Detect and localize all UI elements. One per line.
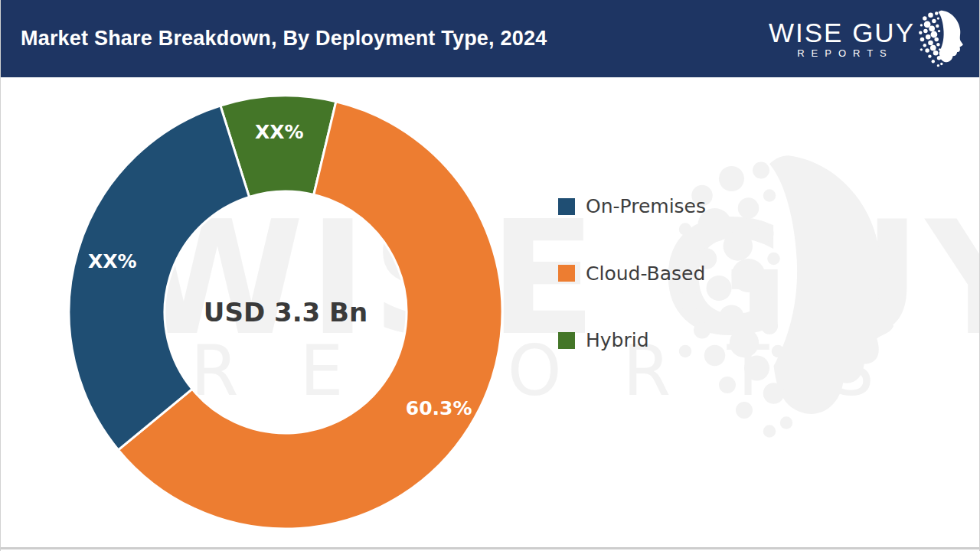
slice-label-cloud-based: 60.3%: [406, 397, 472, 419]
legend-swatch: [558, 265, 575, 282]
bottom-border: [1, 547, 979, 549]
logo-wordmark: WISE GUY REPORTS: [769, 19, 915, 58]
brand-logo: WISE GUY REPORTS: [769, 9, 969, 68]
page-title: Market Share Breakdown, By Deployment Ty…: [21, 27, 547, 51]
legend-item-on-premises: On-Premises: [558, 196, 706, 217]
slice-label-on-premises: XX%: [88, 250, 137, 272]
legend-label: Hybrid: [586, 330, 649, 351]
logo-wordmark-line2: REPORTS: [790, 48, 893, 58]
donut-slice-on-premises: [69, 106, 249, 450]
slice-label-hybrid: XX%: [255, 121, 304, 143]
legend-item-hybrid: Hybrid: [558, 330, 706, 351]
legend-item-cloud-based: Cloud-Based: [558, 263, 706, 285]
watermark-face-icon: [668, 149, 921, 444]
header: Market Share Breakdown, By Deployment Ty…: [1, 0, 979, 77]
legend-swatch: [558, 332, 575, 349]
logo-wordmark-line1: WISE GUY: [769, 19, 915, 46]
legend-label: On-Premises: [586, 196, 706, 217]
legend-label: Cloud-Based: [586, 263, 705, 285]
donut-center-label: USD 3.3 Bn: [204, 297, 368, 328]
face-profile-dots-icon: [918, 9, 969, 68]
page: Market Share Breakdown, By Deployment Ty…: [0, 0, 980, 551]
chart-legend: On-PremisesCloud-BasedHybrid: [558, 196, 706, 351]
donut-chart: XX%60.3%XX%USD 3.3 Bn: [1, 77, 583, 551]
legend-swatch: [558, 198, 575, 215]
